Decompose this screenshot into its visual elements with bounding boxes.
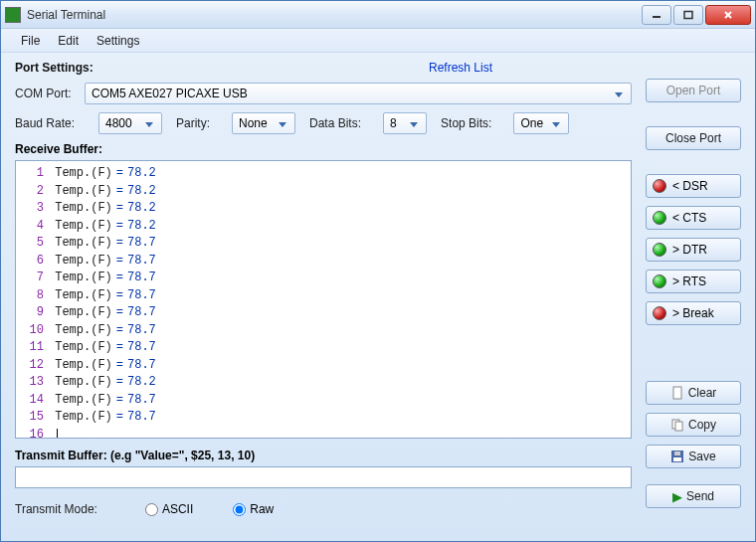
app-icon xyxy=(5,7,21,23)
close-port-button[interactable]: Close Port xyxy=(646,126,741,150)
parity-label: Parity: xyxy=(176,116,210,130)
port-settings-label: Port Settings: xyxy=(15,61,94,75)
chevron-down-icon xyxy=(548,116,564,132)
buffer-line: 7 Temp.(F)=78.7 xyxy=(22,270,625,287)
transmit-buffer-label: Transmit Buffer: (e.g "Value=", $25, 13,… xyxy=(15,449,632,462)
com-port-select[interactable]: COM5 AXE027 PICAXE USB xyxy=(85,83,632,104)
play-icon: ▶ xyxy=(672,489,682,504)
maximize-button[interactable] xyxy=(673,5,703,25)
menu-file[interactable]: File xyxy=(21,34,40,48)
menu-edit[interactable]: Edit xyxy=(58,34,79,48)
cts-indicator[interactable]: < CTS xyxy=(646,206,741,230)
open-port-button[interactable]: Open Port xyxy=(646,79,741,102)
data-bits-label: Data Bits: xyxy=(309,116,361,130)
led-red-icon xyxy=(653,306,666,320)
floppy-icon xyxy=(670,450,684,463)
buffer-line: 5 Temp.(F)=78.7 xyxy=(22,235,625,253)
buffer-line: 16 xyxy=(22,427,625,440)
chevron-down-icon xyxy=(141,116,157,132)
document-icon xyxy=(670,386,684,400)
transmit-input[interactable] xyxy=(15,466,632,488)
close-button[interactable] xyxy=(705,5,751,25)
copy-button[interactable]: Copy xyxy=(646,413,741,437)
buffer-line: 1 Temp.(F)=78.2 xyxy=(22,165,625,183)
svg-rect-6 xyxy=(675,422,682,431)
com-port-value: COM5 AXE027 PICAXE USB xyxy=(92,87,248,100)
raw-radio-label: Raw xyxy=(250,502,274,516)
menubar: File Edit Settings xyxy=(1,29,755,53)
chevron-down-icon xyxy=(275,116,290,132)
save-button[interactable]: Save xyxy=(646,445,741,468)
buffer-line: 12 Temp.(F)=78.7 xyxy=(22,357,625,375)
parity-value: None xyxy=(239,116,268,130)
window-title: Serial Terminal xyxy=(27,8,642,22)
buffer-line: 15 Temp.(F)=78.7 xyxy=(22,409,625,427)
buffer-line: 4 Temp.(F)=78.2 xyxy=(22,218,625,236)
baud-rate-label: Baud Rate: xyxy=(15,116,77,130)
dtr-indicator[interactable]: > DTR xyxy=(646,238,741,262)
stop-bits-value: One xyxy=(520,116,543,130)
buffer-line: 9 Temp.(F)=78.7 xyxy=(22,304,625,322)
data-bits-select[interactable]: 8 xyxy=(383,112,427,134)
led-green-icon xyxy=(653,274,666,288)
titlebar: Serial Terminal xyxy=(1,1,755,29)
baud-rate-value: 4800 xyxy=(105,116,132,130)
buffer-line: 6 Temp.(F)=78.7 xyxy=(22,253,625,271)
raw-radio-input[interactable] xyxy=(233,503,246,516)
baud-rate-select[interactable]: 4800 xyxy=(98,112,162,134)
ascii-radio-label: ASCII xyxy=(162,502,193,516)
buffer-line: 11 Temp.(F)=78.7 xyxy=(22,339,625,357)
raw-radio[interactable]: Raw xyxy=(233,502,274,516)
clear-button[interactable]: Clear xyxy=(646,381,741,405)
buffer-line: 2 Temp.(F)=78.2 xyxy=(22,183,625,201)
transmit-mode-label: Transmit Mode: xyxy=(15,502,97,516)
led-red-icon xyxy=(653,179,666,193)
rts-indicator[interactable]: > RTS xyxy=(646,270,741,293)
svg-rect-8 xyxy=(673,457,681,461)
svg-rect-9 xyxy=(674,452,680,455)
buffer-line: 3 Temp.(F)=78.2 xyxy=(22,200,625,218)
parity-select[interactable]: None xyxy=(232,112,295,134)
data-bits-value: 8 xyxy=(390,116,397,130)
svg-rect-4 xyxy=(673,387,681,399)
refresh-list-link[interactable]: Refresh List xyxy=(429,61,492,75)
chevron-down-icon xyxy=(406,116,422,132)
svg-rect-1 xyxy=(684,11,692,18)
menu-settings[interactable]: Settings xyxy=(96,34,139,48)
chevron-down-icon xyxy=(611,87,627,102)
copy-icon xyxy=(670,418,684,432)
led-green-icon xyxy=(653,243,666,257)
receive-buffer[interactable]: 1 Temp.(F)=78.22 Temp.(F)=78.23 Temp.(F)… xyxy=(15,160,632,439)
com-port-label: COM Port: xyxy=(15,87,77,100)
dsr-indicator[interactable]: < DSR xyxy=(646,174,741,198)
send-button[interactable]: ▶ Send xyxy=(646,484,741,508)
stop-bits-label: Stop Bits: xyxy=(441,116,491,130)
minimize-button[interactable] xyxy=(642,5,671,25)
buffer-line: 8 Temp.(F)=78.7 xyxy=(22,287,625,305)
break-indicator[interactable]: > Break xyxy=(646,301,741,325)
ascii-radio[interactable]: ASCII xyxy=(145,502,193,516)
receive-buffer-label: Receive Buffer: xyxy=(15,142,632,156)
led-green-icon xyxy=(653,211,666,225)
buffer-line: 10 Temp.(F)=78.7 xyxy=(22,322,625,340)
buffer-line: 14 Temp.(F)=78.7 xyxy=(22,392,625,410)
buffer-line: 13 Temp.(F)=78.2 xyxy=(22,374,625,392)
ascii-radio-input[interactable] xyxy=(145,503,158,516)
stop-bits-select[interactable]: One xyxy=(513,112,569,134)
